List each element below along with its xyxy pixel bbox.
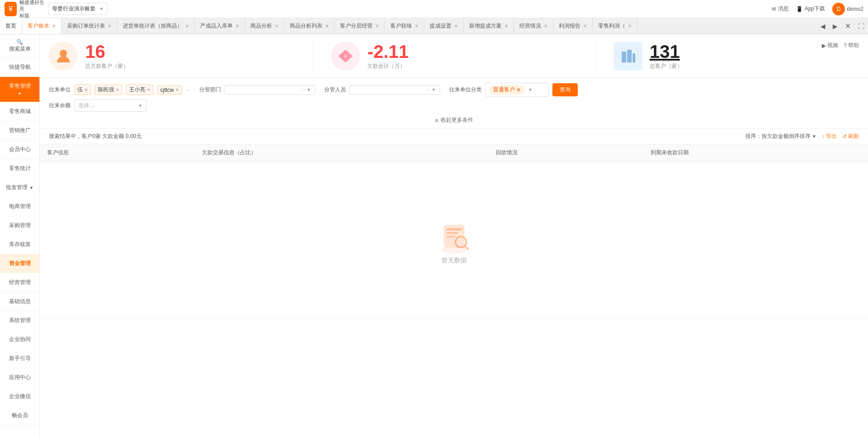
tab-close-icon[interactable]: ✕ [108,24,111,28]
remove-tag-cjttcw[interactable]: ✕ [175,87,179,92]
tab-profit-report[interactable]: 利润报告 ✕ [553,18,593,34]
tab-product-analysis-list[interactable]: 商品分析列表 ✕ [284,18,335,34]
tab-close-icon[interactable]: ✕ [583,24,587,28]
tab-inbound-stats[interactable]: 进货单统计表（按商品） ✕ [117,18,195,34]
person-select[interactable]: ··· ▼ [350,85,440,95]
dept-select[interactable]: ··· ▼ [225,85,315,95]
remove-tag-wu[interactable]: ✕ [84,87,88,92]
tab-close-icon[interactable]: ✕ [275,24,278,28]
tab-close-icon[interactable]: ✕ [454,24,458,28]
filter-row-2: 往来余额 选择... ▼ [49,100,859,112]
tab-customer-accounts[interactable]: 客户账本 ✕ [22,18,62,34]
video-button[interactable]: ▶ 视频 [822,42,838,49]
stats-row: 16 总欠款客户（家） ¥ -2.11 欠款合计（万） [40,34,868,78]
balance-select[interactable]: 选择... ▼ [74,100,147,112]
unit-type-tag[interactable]: 普通客户 ✕ [489,85,524,95]
query-button[interactable]: 查询 [552,83,578,96]
dept-label: 分管部门 [199,86,221,94]
tab-product-inbound[interactable]: 产成品入库单 ✕ [195,18,245,34]
tab-next-arrow[interactable]: ▶ [829,18,841,34]
sidebar-item-retail-stats[interactable]: 零售统计 [0,159,39,178]
tab-fullscreen[interactable]: ⛶ [854,18,868,34]
tab-close-icon[interactable]: ✕ [415,24,418,28]
tab-customer-contact[interactable]: 客户联络 ✕ [385,18,424,34]
sidebar-item-wholesale-mgmt[interactable]: 批发管理 ▼ [0,178,39,197]
sidebar-item-enterprise-wechat[interactable]: 企业微信 [0,387,39,406]
empty-icon [434,216,475,256]
remove-tag-chen[interactable]: ✕ [115,87,119,92]
tab-purchase-orders[interactable]: 采购订单统计表 ✕ [62,18,117,34]
tab-home[interactable]: 首页 [0,18,22,34]
filter-tag-wang[interactable]: 王小亮 ✕ [126,85,153,95]
tab-promotion-settings[interactable]: 提成设置 ✕ [424,18,464,34]
tab-close-icon[interactable]: ✕ [375,24,379,28]
tab-customer-segment[interactable]: 客户分层经营 ✕ [335,18,385,34]
sidebar-item-business-mgmt[interactable]: 经营管理 [0,273,39,292]
sidebar-item-finance[interactable]: 资金管理 [0,254,39,273]
empty-state: 暂无数据 [40,189,868,292]
tab-new-promotion[interactable]: 新增提成方案 ✕ [464,18,514,34]
refresh-button[interactable]: ↺ 刷新 [842,133,859,140]
logo-area: ¥ 畅捷通好生意 标版 [5,0,44,19]
tab-retail-profit[interactable]: 零售利润（ ✕ [593,18,638,34]
top-bar-left: ¥ 畅捷通好生意 标版 母婴行业演示账套 ▼ [5,0,108,19]
chevron-down-icon: ▼ [138,103,143,108]
sidebar-item-quick-nav[interactable]: 快捷导航 [0,58,39,77]
stat-icon-customers [49,42,78,71]
chevron-down-icon: ▼ [432,87,436,92]
sidebar-item-retail-mgmt[interactable]: 零售管理 ▼ [0,77,39,102]
sidebar-item-new-guide[interactable]: 新手引导 [0,349,39,368]
stat-icon-debt: ¥ [331,42,360,71]
sidebar-item-purchase-mgmt[interactable]: 采购管理 [0,216,39,235]
sidebar-search[interactable]: 🔍 搜索菜单 [0,34,39,58]
tab-close-icon[interactable]: ✕ [325,24,329,28]
tab-close-icon[interactable]: ✕ [52,24,56,28]
filter-tag-cjttcw[interactable]: cjttcw ✕ [157,86,182,95]
tab-product-analysis[interactable]: 商品分析 ✕ [245,18,284,34]
user-menu[interactable]: D demo2 [832,3,863,15]
sidebar-item-inventory[interactable]: 库存核算 [0,235,39,254]
chevron-down-icon: ▼ [528,87,532,92]
sidebar-item-system-mgmt[interactable]: 系统管理 [0,311,39,330]
sidebar: 🔍 搜索菜单 快捷导航 零售管理 ▼ 零售商城 营销推广 会员中心 零售统计 批… [0,34,40,437]
tab-close-icon[interactable]: ✕ [185,24,189,28]
sidebar-item-marketing[interactable]: 营销推广 [0,121,39,140]
collapse-button[interactable]: ∧ 收起更多条件 [435,116,473,124]
tab-close-all[interactable]: ✕ [841,18,854,34]
main-layout: 🔍 搜索菜单 快捷导航 零售管理 ▼ 零售商城 营销推广 会员中心 零售统计 批… [0,34,868,437]
tab-close-icon[interactable]: ✕ [504,24,508,28]
sidebar-item-retail-mall[interactable]: 零售商城 [0,102,39,121]
svg-rect-4 [633,53,635,62]
sidebar-item-enterprise-cooperation[interactable]: 企业协同 [0,330,39,349]
app-download-button[interactable]: 📱 App下载 [796,5,825,13]
sidebar-item-member-center[interactable]: 会员中心 [0,140,39,159]
unit-type-select[interactable]: 普通客户 ✕ ▼ [485,83,549,97]
message-button[interactable]: ✉ 消息 [772,5,789,13]
search-icon: 🔍 [16,39,23,45]
balance-label: 往来余额 [49,102,71,109]
filter-tag-wu[interactable]: 伍 ✕ [74,85,91,95]
svg-point-0 [60,50,67,57]
sidebar-item-vip-member[interactable]: 畅会员 [0,406,39,425]
sidebar-item-basic-info[interactable]: 基础信息 [0,292,39,311]
tab-close-icon[interactable]: ✕ [628,24,632,28]
filter-more-dots[interactable]: ··· [186,87,190,93]
sort-button[interactable]: 排序：按欠款金额倒序排序 ▼ [745,133,816,140]
export-button[interactable]: ↑ 导出 [822,133,837,140]
export-icon: ↑ [822,133,825,140]
sidebar-item-ecommerce[interactable]: 电商管理 [0,197,39,216]
tab-close-icon[interactable]: ✕ [235,24,239,28]
chevron-down-icon: ▼ [812,134,816,139]
tab-close-icon[interactable]: ✕ [544,24,547,28]
filter-tag-chen[interactable]: 陈民强 ✕ [95,85,122,95]
account-selector[interactable]: 母婴行业演示账套 ▼ [48,3,108,15]
remove-tag-wang[interactable]: ✕ [147,87,150,92]
tab-business-status[interactable]: 经营情况 ✕ [514,18,553,34]
help-button[interactable]: ? 帮助 [844,42,859,49]
remove-unit-type-tag[interactable]: ✕ [516,87,521,93]
person-label: 分管人员 [324,86,346,94]
col-debt-info: 欠款交易信息（占比） [195,144,489,162]
sidebar-item-app-center[interactable]: 应用中心 [0,368,39,387]
tab-prev-arrow[interactable]: ◀ [817,18,829,34]
refresh-icon: ↺ [842,133,847,140]
